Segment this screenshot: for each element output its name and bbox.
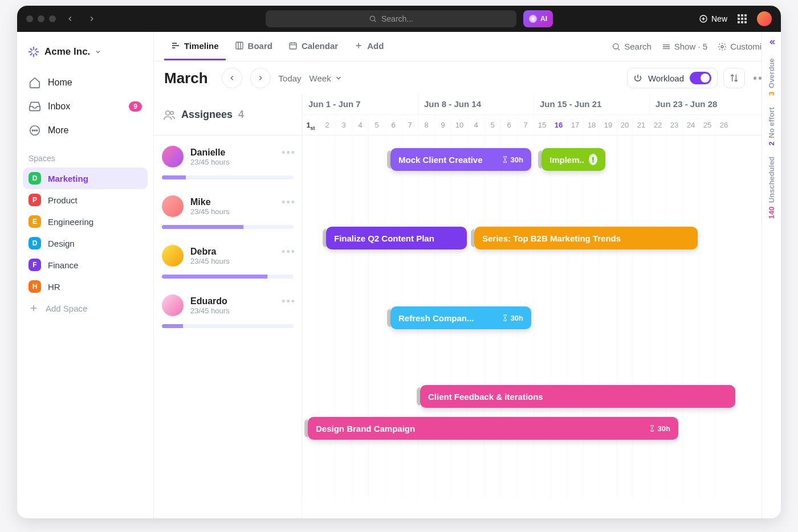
alert-icon: ! xyxy=(589,154,597,165)
week-header: Jun 1 - Jun 7 xyxy=(302,95,418,114)
task-bar[interactable]: Design Brand Campaign30h xyxy=(308,417,678,440)
chevron-down-icon xyxy=(335,74,343,82)
assignee-name: Debra xyxy=(190,247,230,257)
spaces-label: Spaces xyxy=(28,154,148,163)
view-search-button[interactable]: Search xyxy=(612,42,652,51)
nav-home[interactable]: Home xyxy=(23,71,148,95)
svg-point-5 xyxy=(36,130,38,131)
nav-more[interactable]: More xyxy=(23,118,148,142)
chevron-down-icon xyxy=(95,48,101,55)
chevron-left-icon xyxy=(228,74,236,82)
sort-icon xyxy=(730,73,739,83)
assignee-row[interactable]: Mike23/45 hours••• xyxy=(154,185,302,235)
task-label: Design Brand Campaign xyxy=(316,424,415,433)
global-search[interactable]: Search... xyxy=(266,10,516,27)
nav-forward-button[interactable] xyxy=(84,11,99,26)
workload-bar xyxy=(162,275,294,279)
space-label: Product xyxy=(48,195,78,205)
day-cell: 19 xyxy=(600,115,616,135)
day-cell: 3 xyxy=(335,115,352,135)
range-dropdown[interactable]: Week xyxy=(310,73,343,83)
plus-circle-icon xyxy=(699,14,708,23)
workload-bar xyxy=(162,225,294,229)
nav-back-button[interactable] xyxy=(63,11,78,26)
task-bar[interactable]: Series: Top B2B Marketing Trends xyxy=(474,227,698,249)
task-bar[interactable]: Client Feedback & iterations xyxy=(420,385,735,408)
day-cell: 23 xyxy=(666,115,682,135)
day-cell: 9 xyxy=(434,115,451,135)
space-badge-icon: E xyxy=(28,215,41,228)
apps-icon[interactable] xyxy=(738,14,747,23)
svg-point-10 xyxy=(166,111,170,114)
collapse-rail-button[interactable] xyxy=(767,38,776,47)
sidebar-space-product[interactable]: PProduct xyxy=(23,189,148,211)
task-label: Implem.. xyxy=(549,155,584,165)
assignee-more-button[interactable]: ••• xyxy=(282,147,296,159)
hourglass-icon xyxy=(649,425,656,432)
ai-button[interactable]: AI xyxy=(523,10,553,27)
sidebar-space-design[interactable]: DDesign xyxy=(23,232,148,254)
sidebar-space-engineering[interactable]: EEngineering xyxy=(23,211,148,232)
show-button[interactable]: Show · 5 xyxy=(662,42,707,51)
task-bar[interactable]: Finalize Q2 Content Plan xyxy=(326,227,467,249)
next-period-button[interactable] xyxy=(250,68,271,88)
assignees-count: 4 xyxy=(238,109,244,121)
assignee-row[interactable]: Debra23/45 hours••• xyxy=(154,235,302,284)
space-label: Engineering xyxy=(48,217,93,227)
task-bar[interactable]: Refresh Compan...30h xyxy=(390,306,531,329)
sidebar-space-marketing[interactable]: DMarketing xyxy=(23,167,148,189)
assignee-name: Danielle xyxy=(190,148,230,158)
gear-icon xyxy=(718,42,727,51)
timeline-grid[interactable]: Jun 1 - Jun 7Jun 8 - Jun 14Jun 15 - Jun … xyxy=(302,95,781,518)
user-avatar[interactable] xyxy=(757,11,772,26)
toggle-switch[interactable] xyxy=(690,72,711,84)
nav-inbox[interactable]: Inbox9 xyxy=(23,95,148,118)
tab-board[interactable]: Board xyxy=(228,33,279,60)
assignee-hours: 23/45 hours xyxy=(190,158,230,166)
people-icon xyxy=(163,109,176,121)
space-badge-icon: F xyxy=(28,259,41,271)
workload-toggle[interactable]: Workload xyxy=(627,68,718,88)
workspace-selector[interactable]: Acme Inc. xyxy=(23,40,148,64)
task-label: Client Feedback & iterations xyxy=(428,392,543,402)
assignee-more-button[interactable]: ••• xyxy=(282,246,296,258)
titlebar: Search... AI New xyxy=(17,6,781,32)
timeline-icon xyxy=(171,41,180,50)
svg-point-3 xyxy=(32,130,33,131)
svg-point-9 xyxy=(721,46,723,48)
add-space-button[interactable]: Add Space xyxy=(23,297,148,319)
day-cell: 20 xyxy=(616,115,633,135)
prev-period-button[interactable] xyxy=(222,68,242,88)
chevron-right-icon xyxy=(256,74,264,82)
task-estimate: 30h xyxy=(502,314,523,322)
rail-unscheduled[interactable]: 140Unscheduled xyxy=(767,157,776,219)
space-badge-icon: D xyxy=(28,237,41,249)
search-icon xyxy=(369,15,377,23)
sidebar-space-hr[interactable]: HHR xyxy=(23,276,148,297)
tab-add-view[interactable]: Add xyxy=(347,33,390,60)
task-bar[interactable]: Implem..! xyxy=(542,148,605,171)
assignee-row[interactable]: Eduardo23/45 hours••• xyxy=(154,284,302,334)
day-cell: 4 xyxy=(467,115,484,135)
day-cell: 4 xyxy=(352,115,368,135)
sort-button[interactable] xyxy=(723,68,745,88)
day-cell: 22 xyxy=(649,115,666,135)
today-button[interactable]: Today xyxy=(279,73,302,83)
task-bar[interactable]: Mock Client Creative30h xyxy=(390,148,531,171)
assignee-avatar xyxy=(162,146,184,167)
assignees-column: Assignees 4 Danielle23/45 hours•••Mike23… xyxy=(154,95,302,518)
assignee-more-button[interactable]: ••• xyxy=(282,296,296,308)
tab-calendar[interactable]: Calendar xyxy=(282,33,345,60)
rail-overdue[interactable]: 3Overdue xyxy=(767,58,776,96)
tab-timeline[interactable]: Timeline xyxy=(164,33,226,60)
assignee-hours: 23/45 hours xyxy=(190,207,230,216)
day-cell: 15 xyxy=(534,115,550,135)
window-controls[interactable] xyxy=(26,15,56,22)
assignee-more-button[interactable]: ••• xyxy=(282,197,296,208)
assignee-row[interactable]: Danielle23/45 hours••• xyxy=(154,136,302,185)
rail-no-effort[interactable]: 2No effort xyxy=(767,107,776,145)
sidebar-space-finance[interactable]: FFinance xyxy=(23,254,148,276)
svg-point-0 xyxy=(370,16,374,21)
task-label: Refresh Compan... xyxy=(398,313,474,323)
new-button[interactable]: New xyxy=(699,14,727,23)
